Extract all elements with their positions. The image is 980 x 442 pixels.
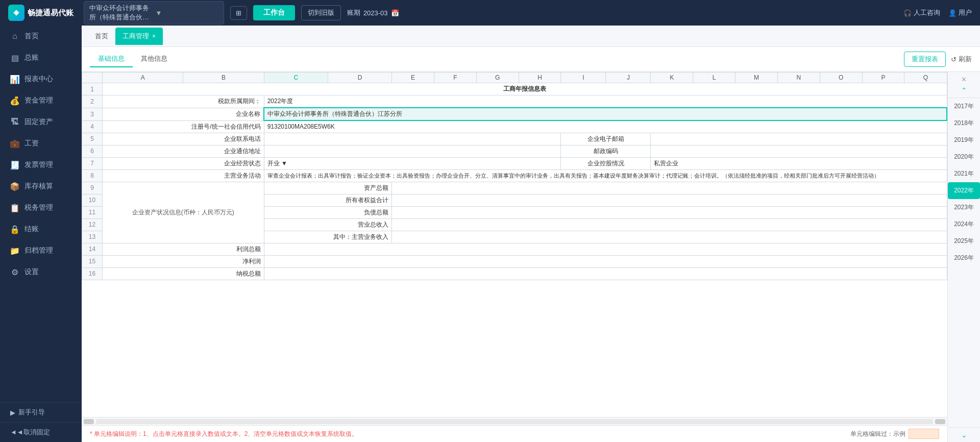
- sidebar-label-close: 结账: [24, 225, 39, 234]
- refresh-icon: ↺: [951, 56, 957, 63]
- table-row: 16 纳税总额: [82, 267, 947, 280]
- year-item-2025[interactable]: 2025年: [948, 233, 980, 250]
- tab-home[interactable]: 首页: [88, 28, 115, 45]
- cell-period-value[interactable]: 2022年度: [264, 95, 947, 108]
- cell-tax-total-label: 纳税总额: [103, 267, 264, 280]
- sidebar-item-settings[interactable]: ⚙ 设置: [0, 261, 82, 283]
- row-num-12: 12: [82, 218, 103, 231]
- row-num-4: 4: [82, 120, 103, 133]
- col-header-i[interactable]: I: [561, 72, 606, 83]
- close-panel-button[interactable]: ×: [962, 74, 966, 85]
- sidebar-item-capital[interactable]: 💰 资金管理: [0, 90, 82, 111]
- year-item-2017[interactable]: 2017年: [948, 98, 980, 115]
- switch-version-button[interactable]: 切到旧版: [301, 5, 341, 20]
- col-header-c[interactable]: C: [264, 72, 328, 83]
- support-button[interactable]: 🎧 人工咨询: [903, 8, 940, 17]
- sidebar-item-archive[interactable]: 📁 归档管理: [0, 240, 82, 261]
- sidebar-item-close[interactable]: 🔒 结账: [0, 218, 82, 240]
- tab-bar: 首页 工商管理 ×: [82, 26, 980, 47]
- cell-equity-value[interactable]: [392, 194, 947, 206]
- year-item-2024[interactable]: 2024年: [948, 216, 980, 233]
- cell-reg-value[interactable]: 91320100MA208E5W6K: [264, 120, 947, 133]
- col-header-d[interactable]: D: [328, 72, 391, 83]
- user-avatar[interactable]: 👤 用户: [948, 8, 972, 17]
- tab-other-info[interactable]: 其他信息: [133, 51, 176, 67]
- workbench-button[interactable]: 工作台: [253, 5, 295, 20]
- refresh-button[interactable]: ↺ 刷新: [951, 55, 972, 64]
- sidebar-item-report[interactable]: 📊 报表中心: [0, 68, 82, 90]
- col-header-h[interactable]: H: [519, 72, 561, 83]
- cell-profit-value[interactable]: [264, 243, 947, 255]
- cell-business-value[interactable]: 审查企业会计报表；出具审计报告；验证企业资本；出具验资报告；办理企业合开、分立、…: [264, 169, 947, 182]
- tab-bizmanage[interactable]: 工商管理 ×: [115, 28, 163, 45]
- table-row: 8 主营业务活动 审查企业会计报表；出具审计报告；验证企业资本；出具验资报告；办…: [82, 169, 947, 182]
- col-header-a[interactable]: A: [103, 72, 183, 83]
- unpin-button[interactable]: ◄◄取消固定: [0, 422, 82, 442]
- cell-title[interactable]: 工商年报信息表: [103, 83, 947, 95]
- cell-company-label: 企业名称: [103, 108, 264, 120]
- col-header-l[interactable]: L: [693, 72, 736, 83]
- cell-group-assets: 企业资产状况信息(币种：人民币万元): [103, 182, 264, 243]
- horizontal-scrollbar[interactable]: [82, 417, 947, 425]
- year-item-2023[interactable]: 2023年: [948, 199, 980, 216]
- col-header-num: [82, 72, 103, 83]
- col-header-k[interactable]: K: [651, 72, 693, 83]
- year-item-2020[interactable]: 2020年: [948, 149, 980, 165]
- col-header-e[interactable]: E: [392, 72, 434, 83]
- cell-total-assets-value[interactable]: [392, 182, 947, 194]
- cell-phone-value[interactable]: [264, 133, 561, 145]
- year-down-icon[interactable]: ⌄: [961, 430, 967, 440]
- spreadsheet-scroll[interactable]: A B C D E F G H I J: [82, 72, 947, 417]
- col-header-p[interactable]: P: [862, 72, 904, 83]
- sidebar-item-assets[interactable]: 🏗 固定资产: [0, 111, 82, 133]
- col-header-n[interactable]: N: [777, 72, 820, 83]
- sidebar-item-tax[interactable]: 📋 税务管理: [0, 197, 82, 218]
- year-item-2018[interactable]: 2018年: [948, 115, 980, 132]
- table-row: 2 税款所属期间： 2022年度: [82, 95, 947, 108]
- col-header-f[interactable]: F: [434, 72, 477, 83]
- cell-holding-value[interactable]: 私营企业: [651, 157, 947, 169]
- period-label: 账期 2023-03 📅: [347, 8, 399, 17]
- col-header-j[interactable]: J: [606, 72, 651, 83]
- year-item-2026[interactable]: 2026年: [948, 250, 980, 266]
- cell-main-revenue-value[interactable]: [392, 231, 947, 243]
- col-header-b[interactable]: B: [183, 72, 264, 83]
- cell-revenue-value[interactable]: [392, 218, 947, 231]
- tab-close-icon[interactable]: ×: [152, 33, 156, 40]
- sidebar-item-home[interactable]: ⌂ 首页: [0, 26, 82, 47]
- sidebar-item-invoice[interactable]: 🧾 发票管理: [0, 154, 82, 176]
- cell-email-value[interactable]: [651, 133, 947, 145]
- new-guide-button[interactable]: ▶ 新手引导: [0, 402, 82, 422]
- logo-icon: [8, 5, 24, 21]
- col-header-m[interactable]: M: [736, 72, 778, 83]
- year-item-2019[interactable]: 2019年: [948, 132, 980, 149]
- cell-liabilities-value[interactable]: [392, 206, 947, 218]
- cell-company-value[interactable]: 中审众环会计师事务所（特殊普通合伙）江苏分所: [264, 108, 947, 120]
- cell-address-value[interactable]: [264, 145, 561, 157]
- cell-email-label: 企业电子邮箱: [561, 133, 651, 145]
- calendar-icon[interactable]: 📅: [391, 9, 399, 17]
- cell-equity-label: 所有者权益合计: [264, 194, 392, 206]
- expand-panel-button[interactable]: ⌃: [961, 85, 967, 95]
- copy-button[interactable]: ⊞: [230, 6, 247, 20]
- year-item-2021[interactable]: 2021年: [948, 165, 980, 182]
- reset-button[interactable]: 重置报表: [904, 52, 946, 67]
- cell-postal-value[interactable]: [651, 145, 947, 157]
- sidebar-item-inventory[interactable]: 📦 库存核算: [0, 176, 82, 197]
- col-header-o[interactable]: O: [820, 72, 862, 83]
- cell-net-profit-value[interactable]: [264, 255, 947, 267]
- sidebar-item-ledger[interactable]: ▤ 总账: [0, 47, 82, 68]
- sidebar-item-salary[interactable]: 💼 工资: [0, 133, 82, 154]
- tab-basic-info[interactable]: 基础信息: [90, 51, 133, 67]
- col-header-q[interactable]: Q: [904, 72, 947, 83]
- cell-status-value[interactable]: 开业 ▼: [264, 157, 561, 169]
- panel-top-controls: × ⌃: [948, 72, 980, 98]
- table-row: 3 企业名称 中审众环会计师事务所（特殊普通合伙）江苏分所: [82, 108, 947, 120]
- cell-tax-total-value[interactable]: [264, 267, 947, 280]
- svg-point-0: [15, 11, 18, 14]
- col-header-g[interactable]: G: [476, 72, 519, 83]
- spreadsheet-table: A B C D E F G H I J: [82, 72, 947, 280]
- year-item-2022[interactable]: 2022年: [948, 182, 980, 199]
- headset-icon: 🎧: [903, 9, 912, 17]
- company-selector[interactable]: 中审众环会计师事务所（特殊普通合伙… ▼: [84, 1, 224, 24]
